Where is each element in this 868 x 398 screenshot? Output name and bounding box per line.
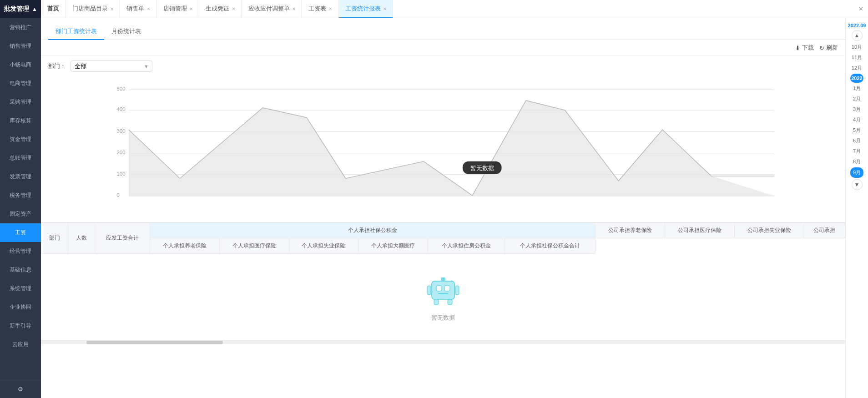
scroll-thumb[interactable] [86,341,223,344]
refresh-button[interactable]: ↻ 刷新 [819,44,838,52]
col-personal-unemployment: 个人承担失业保险 [289,238,358,254]
y-label-500: 500 [116,86,126,91]
tab-工资统计报表[interactable]: 工资统计报表× [339,0,393,18]
tab-首页[interactable]: 首页 [41,0,66,18]
sidebar-item-电商管理[interactable]: 电商管理 [0,74,41,93]
tab-label: 工资表 [308,5,326,13]
sidebar-item-云应用[interactable]: 云应用 [0,335,41,354]
table-area: 部门 人数 应发工资合计 个人承担社保公积金 公司承担养老保险 公司承担医疗保险… [41,222,845,340]
sidebar-item-税务管理[interactable]: 税务管理 [0,186,41,205]
y-label-100: 100 [116,171,126,176]
y-label-200: 200 [116,149,126,155]
tab-close-icon[interactable]: × [232,6,235,11]
sidebar-item-资金管理[interactable]: 资金管理 [0,130,41,149]
y-label-300: 300 [116,128,126,134]
tab-close-icon[interactable]: × [111,6,113,11]
sidebar: 批发管理 ▲ 营销推广销售管理小畅电商电商管理采购管理库存核算资金管理总账管理发… [0,0,41,398]
toolbar: ⬇ 下载 ↻ 刷新 [41,40,845,56]
tab-department-salary[interactable]: 部门工资统计表 [48,24,104,40]
horizontal-scrollbar[interactable] [41,340,845,344]
timeline-item-7月[interactable]: 7月 [848,146,865,156]
sidebar-toggle-icon[interactable]: ▲ [32,6,37,12]
tab-close-icon[interactable]: × [190,6,192,11]
sidebar-item-小畅电商[interactable]: 小畅电商 [0,55,41,74]
timeline-item-5月[interactable]: 5月 [848,125,865,136]
tab-店铺管理[interactable]: 店铺管理× [157,0,199,18]
y-label-400: 400 [116,106,126,112]
tab-close-icon[interactable]: × [329,6,332,11]
chart-area: 500 400 300 200 100 0 [41,76,845,222]
col-personal-major-medical: 个人承担大额医疗 [358,238,428,254]
tab-生成凭证[interactable]: 生成凭证× [199,0,242,18]
timeline-item-12月[interactable]: 12月 [848,63,865,73]
tab-label: 生成凭证 [206,5,229,13]
tab-label: 门店商品目录 [72,5,108,13]
timeline-items: 10月11月12月20221月2月3月4月5月6月7月8月9月 [848,42,865,178]
timeline-item-2月[interactable]: 2月 [848,94,865,104]
col-personal-pension: 个人承担养老保险 [150,238,219,254]
sidebar-item-基础信息[interactable]: 基础信息 [0,261,41,279]
timeline-up-btn[interactable]: ▲ [852,30,863,41]
salary-table: 部门 人数 应发工资合计 个人承担社保公积金 公司承担养老保险 公司承担医疗保险… [41,222,845,254]
timeline-item-9月[interactable]: 9月 [850,167,863,178]
sidebar-item-工资[interactable]: 工资 [0,223,41,242]
tab-close-icon[interactable]: × [384,6,386,11]
tab-label: 工资统计报表 [345,5,381,13]
refresh-label: 刷新 [826,44,838,52]
col-company-pension: 公司承担养老保险 [595,223,665,238]
download-icon: ⬇ [795,45,800,51]
sidebar-header[interactable]: 批发管理 ▲ [0,0,41,18]
timeline-item-8月[interactable]: 8月 [848,156,865,167]
download-label: 下载 [802,44,814,52]
sidebar-item-经营管理[interactable]: 经营管理 [0,242,41,261]
col-personal-total: 个人承担社保公积金合计 [505,238,595,254]
tab-close-icon[interactable]: × [293,6,295,11]
col-company-unemployment: 公司承担失业保险 [735,223,804,238]
tab-应收应付调整单[interactable]: 应收应付调整单× [242,0,302,18]
col-headcount: 人数 [68,223,95,254]
timeline-item-2022[interactable]: 2022 [850,74,863,83]
tab-monthly-stats[interactable]: 月份统计表 [104,24,148,40]
department-select[interactable]: 全部 [71,60,152,72]
chart-svg: 500 400 300 200 100 0 [48,81,838,217]
timeline-item-1月[interactable]: 1月 [848,83,865,94]
sidebar-item-库存核算[interactable]: 库存核算 [0,111,41,130]
content-area: 部门工资统计表 月份统计表 ⬇ 下载 ↻ 刷新 部门： 全部 [41,18,868,398]
svg-rect-15 [448,299,452,305]
page-body: 部门工资统计表 月份统计表 ⬇ 下载 ↻ 刷新 部门： 全部 [41,18,845,398]
sidebar-item-销售管理[interactable]: 销售管理 [0,37,41,55]
department-filter-label: 部门： [48,62,66,71]
sidebar-item-系统管理[interactable]: 系统管理 [0,279,41,298]
close-window-icon[interactable]: ✕ [858,5,863,12]
tab-label: 店铺管理 [163,5,187,13]
sidebar-item-企业协同[interactable]: 企业协同 [0,298,41,317]
timeline-year-display[interactable]: 2022.09 [847,22,867,29]
sidebar-item-营销推广[interactable]: 营销推广 [0,18,41,37]
col-total-salary: 应发工资合计 [95,223,150,254]
tabbar-end: ✕ [854,5,868,12]
col-personal-housing: 个人承担住房公积金 [428,238,505,254]
tab-销售单[interactable]: 销售单× [120,0,156,18]
department-select-wrapper: 全部 ▼ [71,60,152,72]
tab-close-icon[interactable]: × [147,6,150,11]
sidebar-item-采购管理[interactable]: 采购管理 [0,93,41,111]
sidebar-item-新手引导[interactable]: 新手引导 [0,317,41,335]
timeline-item-11月[interactable]: 11月 [848,52,865,63]
timeline-down-btn[interactable]: ▼ [852,179,863,190]
timeline-item-6月[interactable]: 6月 [848,136,865,146]
sidebar-item-发票管理[interactable]: 发票管理 [0,167,41,186]
tab-bar: 首页门店商品目录×销售单×店铺管理×生成凭证×应收应付调整单×工资表×工资统计报… [41,0,868,18]
chart-area-fill [129,101,775,196]
tab-门店商品目录[interactable]: 门店商品目录× [66,0,120,18]
sidebar-footer[interactable]: ⚙ [0,380,41,398]
timeline-item-3月[interactable]: 3月 [848,104,865,115]
sidebar-items: 营销推广销售管理小畅电商电商管理采购管理库存核算资金管理总账管理发票管理税务管理… [0,18,41,354]
svg-rect-6 [432,281,454,299]
sidebar-item-固定资产[interactable]: 固定资产 [0,205,41,223]
no-data-robot-icon [425,272,461,308]
tab-工资表[interactable]: 工资表× [302,0,338,18]
timeline-item-4月[interactable]: 4月 [848,115,865,125]
download-button[interactable]: ⬇ 下载 [795,44,814,52]
timeline-item-10月[interactable]: 10月 [848,42,865,52]
sidebar-item-总账管理[interactable]: 总账管理 [0,149,41,167]
